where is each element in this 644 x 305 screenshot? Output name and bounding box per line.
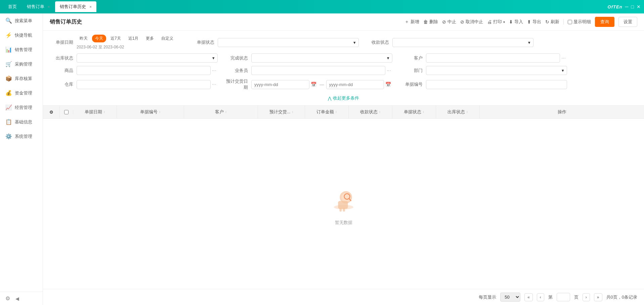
cancel-stop-label: 取消中止 bbox=[466, 19, 483, 25]
stop-label: 中止 bbox=[447, 19, 456, 25]
date-range-separator: — bbox=[318, 82, 326, 87]
minimize-icon[interactable]: ─ bbox=[625, 4, 629, 9]
table-settings-icon[interactable]: ⚙ bbox=[43, 106, 60, 118]
table-select-all[interactable] bbox=[60, 110, 73, 114]
quick-nav-icon: ⚡ bbox=[5, 32, 12, 38]
last-page-button[interactable]: » bbox=[594, 293, 602, 301]
sidebar-item-base-info[interactable]: 📋 基础信息 bbox=[0, 115, 43, 129]
date-btn-more[interactable]: 更多 bbox=[143, 35, 157, 42]
sidebar-item-finance[interactable]: 💰 资金管理 bbox=[0, 86, 43, 100]
date-btn-today[interactable]: 今天 bbox=[92, 35, 106, 42]
delete-label: 删除 bbox=[429, 19, 438, 25]
tab-home-label: 首页 bbox=[8, 4, 17, 10]
sidebar-item-search-menu[interactable]: 🔍 搜索菜单 bbox=[0, 13, 43, 28]
bill-number-input[interactable] bbox=[426, 80, 567, 89]
sidebar-item-sales-mgmt[interactable]: 📊 销售管理 bbox=[0, 42, 43, 57]
show-detail-checkbox[interactable]: 显示明细 bbox=[568, 19, 591, 25]
tab-sales-order-history-close[interactable]: × bbox=[89, 5, 91, 9]
th-amount[interactable]: 订单金额 ↕ bbox=[305, 106, 349, 118]
delivery-date-to[interactable] bbox=[326, 80, 384, 89]
tab-home[interactable]: 首页 bbox=[3, 1, 22, 12]
cancel-stop-button[interactable]: ⊘ 取消中止 bbox=[460, 19, 483, 25]
sidebar-item-system-mgmt[interactable]: ⚙️ 系统管理 bbox=[0, 129, 43, 144]
first-page-button[interactable]: « bbox=[524, 293, 533, 301]
th-bill-status[interactable]: 单据状态 ↕ bbox=[392, 106, 436, 118]
customer-dots-button[interactable]: ··· bbox=[560, 55, 567, 61]
bill-status-select[interactable]: ▾ bbox=[218, 38, 359, 47]
sidebar-item-operations[interactable]: 📈 经营管理 bbox=[0, 100, 43, 115]
receipt-status-select[interactable]: ▾ bbox=[392, 38, 533, 47]
refresh-button[interactable]: ↻ 刷新 bbox=[545, 19, 559, 25]
product-dots-button[interactable]: ··· bbox=[211, 68, 218, 74]
th-out-status[interactable]: 出库状态 ↕ bbox=[436, 106, 480, 118]
tab-sales-order-close[interactable]: × bbox=[48, 5, 50, 9]
department-select[interactable]: ▾ bbox=[426, 66, 567, 75]
per-page-select[interactable]: 50 10 20 100 bbox=[500, 293, 520, 302]
sidebar-collapse-icon[interactable]: ◀ bbox=[15, 296, 19, 301]
salesperson-input[interactable] bbox=[251, 66, 385, 75]
print-button[interactable]: 🖨 打印 ▾ bbox=[487, 19, 505, 25]
table-header: ⚙ 单据日期 ↕ 单据编号 ↕ 客户 ↕ 预计交货... bbox=[43, 106, 644, 119]
delivery-date-to-calendar-icon[interactable]: 📅 bbox=[384, 82, 392, 87]
completion-status-label: 完成状态 bbox=[224, 55, 251, 61]
select-all-checkbox[interactable] bbox=[64, 110, 69, 114]
th-receipt-status[interactable]: 收款状态 ↕ bbox=[349, 106, 392, 118]
sidebar-item-purchase-mgmt[interactable]: 🛒 采购管理 bbox=[0, 57, 43, 71]
date-btn-1month[interactable]: 近1月 bbox=[125, 35, 142, 42]
total-text: 共0页，0条记录 bbox=[606, 294, 637, 300]
salesperson-dots-button[interactable]: ··· bbox=[385, 68, 392, 74]
date-btn-7days[interactable]: 近7天 bbox=[108, 35, 124, 42]
th-delivery-sort-icon: ↕ bbox=[292, 110, 293, 114]
settings-button[interactable]: 设置 bbox=[618, 17, 637, 27]
export-button[interactable]: ⬆ 导出 bbox=[527, 19, 541, 25]
th-receipt-status-label: 收款状态 bbox=[360, 109, 378, 115]
warehouse-input[interactable] bbox=[77, 80, 211, 89]
sidebar-item-quick-nav[interactable]: ⚡ 快捷导航 bbox=[0, 28, 43, 42]
product-input[interactable] bbox=[77, 66, 211, 75]
th-out-status-label: 出库状态 bbox=[447, 109, 465, 115]
filter-row-1: 单据日期 昨天 今天 近7天 近1月 更多 自定义 2023-06-02 至 2… bbox=[50, 35, 637, 50]
outbound-status-label: 出库状态 bbox=[50, 55, 77, 61]
completion-status-select[interactable]: ▾ bbox=[251, 53, 392, 63]
tab-sales-order-history[interactable]: 销售订单历史 × bbox=[55, 1, 96, 12]
svg-rect-7 bbox=[343, 208, 345, 212]
query-button[interactable]: 查询 bbox=[595, 17, 614, 27]
warehouse-dots-button[interactable]: ··· bbox=[211, 81, 218, 87]
page-suffix: 页 bbox=[574, 294, 578, 300]
date-btn-yesterday[interactable]: 昨天 bbox=[77, 35, 91, 42]
table-footer: 每页显示 50 10 20 100 « ‹ 第 1 页 › » 共0页，0条记录 bbox=[43, 289, 644, 305]
delete-button[interactable]: 🗑 删除 bbox=[423, 19, 438, 25]
th-amount-sort-icon: ↕ bbox=[335, 110, 337, 114]
th-customer[interactable]: 客户 ↕ bbox=[184, 106, 258, 118]
sidebar-item-finance-label: 资金管理 bbox=[15, 90, 32, 96]
delivery-date-from[interactable] bbox=[251, 80, 309, 89]
page-input[interactable]: 1 bbox=[557, 293, 570, 301]
prev-page-button[interactable]: ‹ bbox=[537, 293, 544, 301]
sidebar-settings-icon[interactable]: ⚙ bbox=[5, 295, 10, 302]
new-button[interactable]: ＋ 新增 bbox=[404, 19, 419, 25]
sidebar-item-inventory[interactable]: 📦 库存核算 bbox=[0, 71, 43, 86]
collapse-button[interactable]: ⋀ 收起更多条件 bbox=[50, 94, 637, 101]
th-date[interactable]: 单据日期 ↕ bbox=[73, 106, 117, 118]
close-window-icon[interactable]: ✕ bbox=[637, 4, 641, 9]
th-number[interactable]: 单据编号 ↕ bbox=[117, 106, 184, 118]
stop-button[interactable]: ⊘ 中止 bbox=[442, 19, 456, 25]
brand-text: OfTEn bbox=[608, 4, 622, 9]
th-date-label: 单据日期 bbox=[85, 109, 102, 115]
import-button[interactable]: ⬇ 导入 bbox=[509, 19, 523, 25]
delivery-date-from-calendar-icon[interactable]: 📅 bbox=[309, 82, 318, 87]
system-mgmt-icon: ⚙️ bbox=[5, 133, 12, 140]
maximize-icon[interactable]: □ bbox=[631, 4, 634, 9]
date-range-text: 2023-06-02 至 2023-06-02 bbox=[77, 44, 184, 50]
delivery-date-label: 预计交货日期 bbox=[224, 78, 251, 90]
tab-sales-order[interactable]: 销售订单 × bbox=[22, 1, 54, 12]
customer-input[interactable] bbox=[426, 53, 560, 63]
svg-rect-6 bbox=[339, 208, 342, 212]
th-delivery[interactable]: 预计交货... ↕ bbox=[258, 106, 305, 118]
date-btn-custom[interactable]: 自定义 bbox=[158, 35, 176, 42]
show-detail-input[interactable] bbox=[568, 20, 572, 24]
next-page-button[interactable]: › bbox=[583, 293, 590, 301]
sidebar-item-operations-label: 经营管理 bbox=[15, 105, 32, 111]
sidebar-item-purchase-mgmt-label: 采购管理 bbox=[15, 61, 32, 67]
outbound-status-select[interactable]: ▾ bbox=[77, 53, 218, 63]
